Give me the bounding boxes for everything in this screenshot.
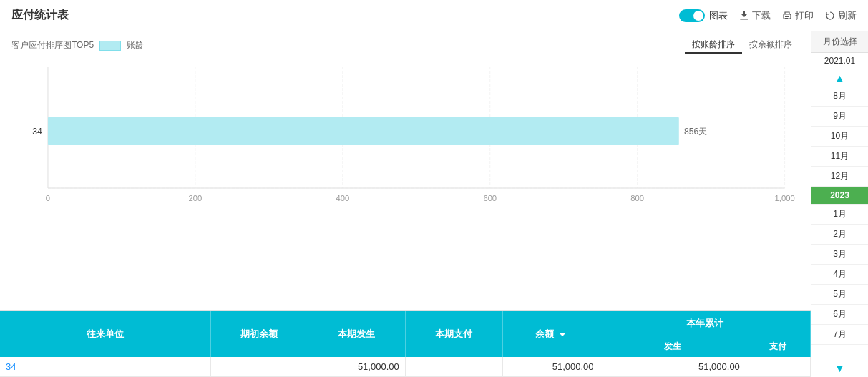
print-button[interactable]: 打印 bbox=[782, 9, 814, 22]
svg-rect-2 bbox=[785, 16, 789, 17]
chart-toggle[interactable] bbox=[679, 9, 705, 22]
cell-nian-fashen: 51,000.00 bbox=[600, 357, 746, 377]
col-qichu: 期初余额 bbox=[210, 311, 308, 357]
svg-rect-12 bbox=[48, 117, 679, 145]
refresh-button[interactable]: 刷新 bbox=[825, 9, 857, 22]
sidebar-month-4[interactable]: 4月 bbox=[811, 265, 868, 285]
sidebar-month-11[interactable]: 11月 bbox=[811, 147, 868, 167]
svg-rect-0 bbox=[740, 19, 748, 20]
sidebar-year-input[interactable] bbox=[811, 53, 868, 69]
sort-tab-balance[interactable]: 按余额排序 bbox=[742, 37, 799, 54]
sidebar: 月份选择 ▲ 8月 9月 10月 11月 12月 2023 1月 2月 3月 4… bbox=[811, 31, 868, 377]
chart-svg: 34 856天 0 200 400 600 800 1,000 bbox=[11, 59, 799, 217]
header: 应付统计表 图表 下载 打印 刷新 bbox=[0, 0, 868, 31]
sidebar-month-3[interactable]: 3月 bbox=[811, 245, 868, 265]
table-row: 34 51,000.00 51,000.00 51,000.00 bbox=[0, 357, 811, 377]
sidebar-header-label: 月份选择 bbox=[811, 31, 868, 53]
chart-legend-item: 账龄 bbox=[127, 39, 144, 52]
cell-yue: 51,000.00 bbox=[502, 357, 600, 377]
table-section: 往来单位 期初余额 本期发生 本期支付 余额 本年累计 bbox=[0, 310, 811, 377]
cell-benfaqi: 51,000.00 bbox=[308, 357, 405, 377]
download-icon bbox=[739, 11, 749, 21]
sidebar-month-8[interactable]: 8月 bbox=[811, 87, 868, 107]
sidebar-month-10[interactable]: 10月 bbox=[811, 127, 868, 147]
app-container: 应付统计表 图表 下载 打印 刷新 bbox=[0, 0, 868, 377]
svg-text:800: 800 bbox=[630, 194, 644, 202]
svg-text:34: 34 bbox=[32, 127, 42, 137]
cell-nian-zhifu bbox=[746, 357, 810, 377]
chart-toggle-label: 图表 bbox=[709, 9, 728, 22]
sidebar-month-12[interactable]: 12月 bbox=[811, 167, 868, 187]
sidebar-down-button[interactable]: ▼ bbox=[811, 360, 868, 377]
svg-text:600: 600 bbox=[483, 194, 497, 202]
svg-text:400: 400 bbox=[336, 194, 349, 202]
chart-section: 客户应付排序图TOP5 账龄 按账龄排序 按余额排序 bbox=[0, 31, 811, 377]
sidebar-month-7[interactable]: 7月 bbox=[811, 325, 868, 345]
table-header-row-1: 往来单位 期初余额 本期发生 本期支付 余额 本年累计 bbox=[0, 311, 811, 336]
sidebar-up-button[interactable]: ▲ bbox=[811, 69, 868, 87]
col-nian-fashen: 发生 bbox=[600, 336, 746, 358]
cell-benzhifu bbox=[405, 357, 502, 377]
sidebar-month-6[interactable]: 6月 bbox=[811, 305, 868, 325]
svg-rect-3 bbox=[785, 18, 788, 19]
col-nian-zhifu: 支付 bbox=[746, 336, 810, 358]
sidebar-month-2[interactable]: 2月 bbox=[811, 225, 868, 245]
sort-tab-age[interactable]: 按账龄排序 bbox=[685, 37, 742, 54]
col-unit: 往来单位 bbox=[0, 311, 210, 357]
legend-color-box bbox=[99, 41, 121, 51]
svg-text:200: 200 bbox=[189, 194, 203, 202]
table-wrap: 往来单位 期初余额 本期发生 本期支付 余额 本年累计 bbox=[0, 311, 811, 377]
page-title: 应付统计表 bbox=[11, 8, 69, 23]
cell-unit[interactable]: 34 bbox=[0, 357, 210, 377]
print-icon bbox=[782, 11, 792, 21]
cell-qichu bbox=[210, 357, 308, 377]
chart-legend-label: 客户应付排序图TOP5 bbox=[11, 39, 94, 52]
table-body: 34 51,000.00 51,000.00 51,000.00 bbox=[0, 357, 811, 377]
chart-header: 客户应付排序图TOP5 账龄 按账龄排序 按余额排序 bbox=[0, 31, 811, 59]
sort-tabs: 按账龄排序 按余额排序 bbox=[685, 37, 799, 54]
main-content: 客户应付排序图TOP5 账龄 按账龄排序 按余额排序 bbox=[0, 31, 868, 377]
col-benfaqi: 本期发生 bbox=[308, 311, 405, 357]
svg-text:0: 0 bbox=[46, 194, 50, 202]
sidebar-month-5[interactable]: 5月 bbox=[811, 285, 868, 305]
data-table: 往来单位 期初余额 本期发生 本期支付 余额 本年累计 bbox=[0, 311, 811, 377]
svg-text:1,000: 1,000 bbox=[775, 194, 795, 202]
sidebar-month-1[interactable]: 1月 bbox=[811, 205, 868, 225]
header-actions: 图表 下载 打印 刷新 bbox=[679, 9, 857, 22]
sidebar-month-list: 8月 9月 10月 11月 12月 2023 1月 2月 3月 4月 5月 6月… bbox=[811, 87, 868, 360]
download-button[interactable]: 下载 bbox=[739, 9, 771, 22]
col-nianlei: 本年累计 bbox=[600, 311, 810, 336]
col-benzhifu: 本期支付 bbox=[405, 311, 502, 357]
refresh-icon bbox=[825, 11, 835, 21]
sort-icon bbox=[558, 331, 567, 339]
col-yue: 余额 bbox=[502, 311, 600, 357]
svg-text:856天: 856天 bbox=[684, 127, 708, 137]
sidebar-year-2023[interactable]: 2023 bbox=[811, 187, 868, 205]
chart-toggle-wrap: 图表 bbox=[679, 9, 728, 22]
chart-canvas-area: 34 856天 0 200 400 600 800 1,000 bbox=[0, 59, 811, 310]
sidebar-month-9[interactable]: 9月 bbox=[811, 107, 868, 127]
chart-legend: 客户应付排序图TOP5 账龄 bbox=[11, 39, 144, 52]
